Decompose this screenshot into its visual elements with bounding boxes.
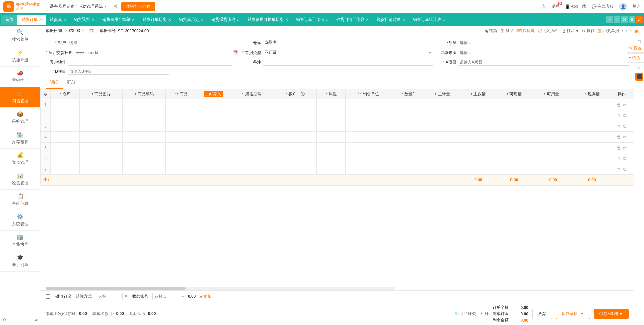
delivery-input[interactable] [75,50,231,56]
discard-btn[interactable]: 放弃 [532,309,552,319]
col-customer-code[interactable]: ↕ 客户... ⓘ [273,89,317,99]
industry-btn[interactable]: 体验行业方案 [121,2,155,11]
sidebar-item-enterprise[interactable]: 🏢 企业协同 [0,231,40,251]
sidebar-item-operations[interactable]: 📊 经营管理 [0,169,40,190]
table-scrollbar[interactable] [40,286,634,290]
account-ellipsis-icon[interactable]: ··· [181,294,184,299]
print-btn[interactable]: 🖨 打印 ▼ [562,28,579,34]
address-ellipsis-icon[interactable]: ··· [235,60,238,65]
row-copy-7[interactable]: ⧉ [623,167,627,172]
right-panel-btn-4[interactable]: ☆ [635,64,643,72]
sidebar-item-system[interactable]: ⚙️ 系统管理 [0,210,40,231]
close-sales-return-icon[interactable]: ✕ [91,18,94,22]
sidebar-item-quicknav[interactable]: ⚡ 快捷导航 [0,46,40,67]
message-btn[interactable]: 📩 9 消息 [541,4,560,9]
tab-return-history[interactable]: 销货退货历史 ✕ [207,15,243,25]
sidebar-item-marketing[interactable]: 📣 营销推广 [0,67,40,87]
row-copy-3[interactable]: ⧉ [623,124,627,129]
sidebar-collapse-icon[interactable]: ◀ [34,318,37,322]
account-field[interactable]: ··· [152,293,184,300]
tab-sales-return[interactable]: 销货退货 ✕ [70,15,98,25]
system-selector[interactable]: 装备及固定资产辅助管理系统 ▼ [47,2,110,11]
tab-menu-btn[interactable]: ≡ [629,16,635,23]
close-sales-expense-icon[interactable]: ✕ [132,18,135,22]
row-copy-6[interactable]: ⧉ [623,156,627,161]
settlement-input[interactable] [96,293,123,300]
order-source-input[interactable] [458,50,626,56]
scan-btn[interactable]: 扫码录入 [204,91,223,97]
one-click-checkbox[interactable] [46,294,50,299]
save-new-btn[interactable]: 保存&新增 ▼ [594,309,629,319]
sidebar-item-inventory[interactable]: 🏪 库存核算 [0,128,40,149]
close-return-history-icon[interactable]: ✕ [237,18,239,22]
delivery-calendar-icon[interactable]: 📅 [233,50,238,55]
settings-float-btn[interactable]: ⚙ 设置 [627,44,644,53]
tab-summary[interactable]: 汇总 [63,77,79,89]
tab-sales-order-history[interactable]: 销售订单历史 ✕ [139,15,175,25]
online-service-btn[interactable]: 💬 在线客服 [592,4,614,9]
tab-cash-workbench[interactable]: 钱货日清工作台 ✕ [332,15,373,25]
col-product[interactable]: *↕ 商品 [165,89,197,99]
staff-input[interactable] [458,40,622,46]
col-attribute[interactable]: ↕ 属性 [317,89,346,99]
row-delete-5[interactable]: 🗑 [617,146,621,150]
close-expense-history-icon[interactable]: ✕ [285,18,288,22]
tab-next-btn[interactable]: › [614,16,620,23]
tab-sales-invoice-history[interactable]: 销货单历史 ✕ [175,15,207,25]
row-delete-6[interactable]: 🗑 [617,156,621,161]
a-project-input[interactable] [458,59,629,66]
tab-detail[interactable]: 明细 [46,77,63,89]
right-panel-btn-5[interactable]: ⬛ [635,73,643,81]
col-product-img[interactable]: ↕ 商品图片 [80,89,123,99]
remark-input[interactable] [263,59,433,66]
col-main-qty[interactable]: ↕ 主数量 [460,89,496,99]
tab-close-btn[interactable]: ✕ [621,16,628,23]
row-copy-4[interactable]: ⧉ [623,135,627,139]
settings-gear-icon[interactable]: ⚙ [114,4,118,9]
row-copy-2[interactable]: ⧉ [623,113,627,118]
tab-order-workbench[interactable]: 销售订单工作台 ✕ [292,15,332,25]
tab-home[interactable]: 首页 [1,15,17,25]
row-delete-2[interactable]: 🗑 [617,113,621,118]
row-copy-5[interactable]: ⧉ [623,146,627,150]
profit-btn[interactable]: 📈 毛利预估 [537,28,559,34]
tab-sales-invoice[interactable]: 销货单 ✕ [46,15,70,25]
sidebar-item-search[interactable]: 🔍 搜索菜单 [0,26,40,46]
row-delete-3[interactable]: 🗑 [617,124,621,129]
tab-prev-btn[interactable]: ‹ [606,16,613,23]
close-sales-order-icon[interactable]: ✕ [39,18,42,22]
sidebar-item-sales[interactable]: 🛒 销售管理 [0,87,40,108]
close-workbench-icon[interactable]: ✕ [326,18,328,22]
one-click-label[interactable]: 一键收订金 [46,294,72,299]
tab-sales-expense[interactable]: 销售费用分摊单 ✕ [98,15,139,25]
shortcut-btn[interactable]: ⌨ 快捷键 [516,28,535,34]
b-project-input[interactable] [68,68,169,75]
sidebar-item-newbie[interactable]: 🎓 新手引导 [0,251,40,272]
col-product-code[interactable]: ↕ 商品编码 [122,89,165,99]
close-reconcile-icon[interactable]: ✕ [402,18,405,22]
warehouse-ellipsis-icon[interactable]: ··· [430,40,433,45]
customer-input[interactable] [68,40,232,46]
row-copy-1[interactable]: ⧉ [623,103,627,107]
app-download-btn[interactable]: 📱 App下载 [565,4,586,9]
nav-next-icon[interactable]: › [626,29,627,33]
col-spec[interactable]: ↕ 规格型号 [230,89,273,99]
add-btn[interactable]: ● 添加 [200,294,211,299]
grid-view-icon[interactable]: ▦ [635,29,639,33]
sidebar-item-finance[interactable]: 💰 资金管理 [0,149,40,169]
customer-ellipsis-icon[interactable]: ··· [235,40,238,45]
help-btn[interactable]: ❓ 帮助 [500,28,514,34]
tab-expand-btn[interactable]: ⤢ [636,16,643,23]
close-sales-invoice-icon[interactable]: ✕ [63,18,66,22]
col-available2[interactable]: ↕ 可用量... [532,89,574,99]
row-delete-1[interactable]: 🗑 [617,103,621,107]
tab-sales-stats[interactable]: 销售订单统计表 ✕ [409,15,449,25]
settlement-select[interactable]: ▼ [96,293,128,300]
col-stock[interactable]: ↕ 现存量 [574,89,610,99]
tab-sales-order[interactable]: 销售订单 ✕ [17,15,46,25]
col-available[interactable]: ↕ 可用量 [496,89,532,99]
preview-btn[interactable]: ◉ 视频 [485,28,497,34]
row-delete-7[interactable]: 🗑 [617,167,621,172]
add-float-btn[interactable]: + 物流 [627,53,644,63]
account-input[interactable] [152,293,179,300]
